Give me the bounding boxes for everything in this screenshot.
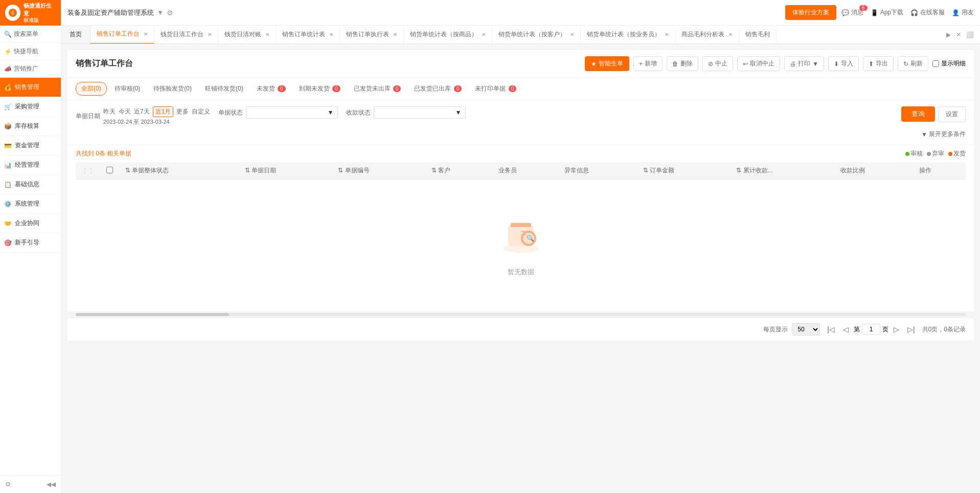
tab-sales-stats[interactable]: 销售订单统计表 ✕: [276, 26, 340, 44]
sidebar-item-quick-nav[interactable]: ⚡ 快捷导航: [0, 43, 61, 60]
sidebar-item-enterprise[interactable]: 🤝 企业协同: [0, 214, 61, 233]
col-status[interactable]: ⇅ 单据整体状态: [119, 162, 239, 180]
settings-btn[interactable]: ⚙: [167, 9, 173, 17]
collapse-icon[interactable]: ◀◀: [47, 481, 56, 488]
tab-reconciliation[interactable]: 钱货日清对账 ✕: [218, 26, 276, 44]
print-dropdown-icon[interactable]: ▼: [812, 60, 818, 68]
tab-close-staff[interactable]: ✕: [665, 32, 669, 37]
sidebar-item-search[interactable]: 🔍 搜索菜单: [0, 26, 61, 43]
tab-sales-by-customer[interactable]: 销货单统计表（按客户） ✕: [492, 26, 581, 44]
shortcut-yesterday[interactable]: 昨天: [103, 107, 116, 116]
tab-close-exec[interactable]: ✕: [393, 32, 397, 37]
scrollbar-track: [76, 313, 966, 316]
page-input[interactable]: [862, 324, 880, 335]
first-page-btn[interactable]: |◁: [824, 324, 838, 334]
select-all-checkbox[interactable]: [106, 167, 113, 173]
last-page-btn[interactable]: ▷|: [904, 324, 918, 334]
set-btn[interactable]: 设置: [938, 106, 966, 122]
collect-select[interactable]: ▼: [374, 106, 466, 119]
subtab-shipped-not-out[interactable]: 已发货未出库 0: [348, 82, 407, 96]
tab-home[interactable]: 首页: [61, 26, 90, 44]
dropdown-icon[interactable]: ▼: [157, 9, 164, 16]
delete-btn[interactable]: 🗑 删除: [667, 56, 698, 71]
refresh-btn[interactable]: ↻ 刷新: [898, 56, 928, 71]
shortcut-more[interactable]: 更多: [176, 107, 189, 116]
subtab-shipped-out[interactable]: 已发货已出库 0: [408, 82, 467, 96]
tab-sales-margin[interactable]: 销售毛利: [739, 26, 777, 44]
scrollbar-thumb[interactable]: [76, 313, 229, 316]
subtab-pending-review[interactable]: 待审核(0): [109, 82, 146, 96]
subtab-not-shipped[interactable]: 未发货 0: [251, 82, 291, 96]
col-date[interactable]: ⇅ 单据日期: [239, 162, 332, 180]
app-download-btn[interactable]: 📱 App下载: [871, 8, 903, 17]
smart-create-btn[interactable]: ★ 智能生单: [585, 56, 629, 71]
batch-audit-btn[interactable]: 审核: [905, 149, 923, 158]
sidebar-item-marketing[interactable]: 📣 营销推广: [0, 60, 61, 78]
shortcut-custom[interactable]: 自定义: [192, 107, 210, 116]
tab-close-all-btn[interactable]: ✕: [954, 30, 963, 39]
import-btn[interactable]: ⬇ 导入: [828, 56, 859, 71]
tab-sales-by-staff[interactable]: 销货单统计表（按业务员） ✕: [581, 26, 675, 44]
sidebar-item-sales[interactable]: 💰 销售管理: [0, 78, 61, 97]
sidebar-item-management[interactable]: 📊 经营管理: [0, 155, 61, 175]
settings-icon[interactable]: ⚙: [5, 481, 11, 488]
col-amount[interactable]: ⇅ 订单金额: [637, 162, 731, 180]
expand-more-btn[interactable]: ▼ 展开更多条件: [921, 130, 966, 139]
add-btn[interactable]: + 新增: [633, 56, 663, 71]
tab-prev-btn[interactable]: ▶: [944, 30, 953, 39]
tab-close-reconciliation[interactable]: ✕: [265, 32, 269, 37]
experience-btn[interactable]: 体验行业方案: [785, 5, 836, 20]
tab-close-daily[interactable]: ✕: [208, 32, 212, 37]
shortcut-1month[interactable]: 近1月: [153, 106, 174, 117]
tab-close-margin[interactable]: ✕: [728, 32, 733, 37]
message-btn[interactable]: 💬 消息 6: [841, 8, 863, 17]
shortcut-today[interactable]: 今天: [119, 107, 131, 116]
col-collected[interactable]: ⇅ 累计收款...: [730, 162, 834, 180]
stop-btn[interactable]: ⊘ 中止: [702, 56, 733, 71]
next-page-btn[interactable]: ▷: [891, 324, 902, 334]
tab-close-customer[interactable]: ✕: [570, 32, 574, 37]
tab-daily-clear[interactable]: 钱货日清工作台 ✕: [154, 26, 218, 44]
tab-margin-analysis[interactable]: 商品毛利分析表 ✕: [675, 26, 739, 44]
tab-sales-by-product[interactable]: 销货单统计表（按商品） ✕: [404, 26, 492, 44]
cancel-stop-btn[interactable]: ↩ 取消中止: [737, 56, 780, 71]
subtab-all[interactable]: 全部(0): [76, 82, 107, 96]
status-select[interactable]: ▼: [246, 106, 338, 119]
per-page-select[interactable]: 50 20 100: [792, 323, 820, 335]
tab-close-product[interactable]: ✕: [482, 32, 486, 37]
tab-sales-workbench[interactable]: 销售订单工作台 ✕: [90, 26, 154, 44]
sidebar-item-tutorial[interactable]: 🎯 新手引导: [0, 233, 61, 253]
ship-dot: [948, 152, 952, 156]
sidebar-item-basic-info[interactable]: 📋 基础信息: [0, 175, 61, 194]
tab-maximize-btn[interactable]: ⬜: [964, 30, 976, 39]
show-detail-input[interactable]: [932, 60, 939, 67]
tab-close-sales[interactable]: ✕: [144, 31, 148, 37]
show-detail-checkbox[interactable]: 显示明细: [932, 59, 966, 68]
online-service-btn[interactable]: 🎧 在线客服: [910, 8, 945, 17]
col-number[interactable]: ⇅ 单据编号: [332, 162, 425, 180]
batch-cancel-btn[interactable]: 弃审: [927, 149, 944, 158]
col-customer[interactable]: ⇅ 客户: [425, 162, 492, 180]
subtab-wangpu-ship[interactable]: 旺铺待发货(0): [199, 82, 249, 96]
batch-ship-btn[interactable]: 发货: [948, 149, 966, 158]
stop-icon: ⊘: [708, 60, 713, 68]
query-btn[interactable]: 查询: [901, 106, 935, 122]
tab-sales-exec[interactable]: 销售订单执行表 ✕: [340, 26, 404, 44]
subtab-pending-ship[interactable]: 待拣验发货(0): [148, 82, 197, 96]
export-btn[interactable]: ⬆ 导出: [863, 56, 894, 71]
sidebar-item-system[interactable]: ⚙️ 系统管理: [0, 194, 61, 214]
prev-page-btn[interactable]: ◁: [840, 324, 852, 334]
horizontal-scrollbar[interactable]: [67, 311, 974, 318]
sidebar-item-inventory[interactable]: 📦 库存核算: [0, 117, 61, 136]
print-btn[interactable]: 🖨 打印 ▼: [784, 56, 824, 71]
user-menu-btn[interactable]: 👤 用友: [952, 8, 974, 17]
sidebar-item-finance[interactable]: 💳 资金管理: [0, 136, 61, 155]
tab-close-stats[interactable]: ✕: [329, 32, 333, 37]
shortcut-7days[interactable]: 近7天: [134, 107, 150, 116]
sales-icon: 💰: [4, 84, 12, 91]
sidebar-item-purchase[interactable]: 🛒 采购管理: [0, 97, 61, 117]
subtab-overdue-ship[interactable]: 到期未发货 0: [293, 82, 346, 96]
pagination: 每页显示 50 20 100 |◁ ◁ 第 页 ▷ ▷| 共0页，0条记录: [67, 318, 974, 341]
per-page-label: 每页显示: [763, 325, 788, 334]
subtab-unprinted[interactable]: 未打印单据 0: [469, 82, 522, 96]
